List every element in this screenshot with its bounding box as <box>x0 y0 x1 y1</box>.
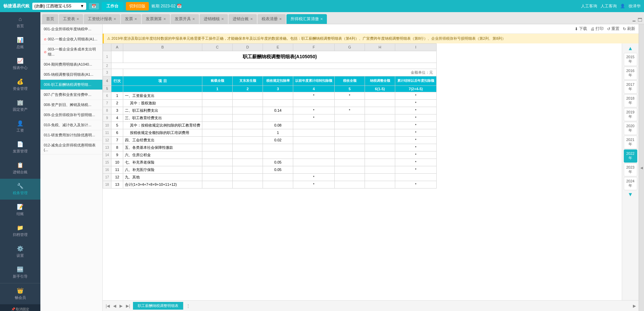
warning-banner: ⚠ 2019年度涉及取以前年度结转数据的申报表单元格需要手工操作正确，才能确保本… <box>103 34 639 43</box>
tab-bar: 首页 工资表 ✕ 工资统计报表 ✕ 发票 ✕ 发票测算 ✕ <box>40 12 644 24</box>
company-name: (勿删) 江西赣宝-LSS <box>34 3 71 9</box>
tab-close-purchase-ledger[interactable]: ✕ <box>250 17 253 21</box>
list-item-006[interactable]: 006-职工薪酬纳税调整明细... <box>40 80 102 90</box>
refresh-button[interactable]: ↻ 刷新 <box>623 26 635 32</box>
sidebar-item-tax[interactable]: 🔧 税务管理 <box>0 179 40 200</box>
col-header-b: B <box>123 43 202 51</box>
purchase-sale-icon: 📋 <box>17 162 24 168</box>
tab-close-purchase-check[interactable]: ✕ <box>221 17 224 21</box>
download-button[interactable]: ⬇ 下载 <box>575 26 587 32</box>
main-layout: ⌂ 首页 📊 总账 📈 报表中心 💰 资金管理 🏢 固定资产 👤 工资 <box>0 12 644 311</box>
sidebar-label-member: 畅会员 <box>15 295 26 300</box>
list-item-010[interactable]: 010-免税、减计收入及加计... <box>40 120 102 130</box>
year-btn-2022[interactable]: 2022年 <box>624 149 637 163</box>
sidebar-item-home[interactable]: ⌂ 首页 <box>0 12 40 33</box>
tab-purchase-check[interactable]: 进销稽核 ✕ <box>200 14 228 24</box>
tab-invoice[interactable]: 发票 ✕ <box>121 14 141 24</box>
dropdown-icon: ▼ <box>80 4 84 8</box>
col-header-rownum <box>103 43 111 51</box>
list-item-005[interactable]: 005-纳税调整项目明细表(A1... <box>40 70 102 80</box>
scroll-right-icon[interactable]: ▶ <box>630 304 639 308</box>
year-btn-2023[interactable]: 2023年 <box>624 163 637 176</box>
num-headers-row: 5 1 2 3 4 5 6(1-5) <box>103 85 437 92</box>
tab-bar-maximize[interactable]: 🗖 <box>638 17 642 23</box>
title-row: 1 职工薪酬纳税调整明细表(A105050) <box>103 51 437 63</box>
tab-salary-report[interactable]: 工资统计报表 ✕ <box>84 14 120 24</box>
year-btn-2024[interactable]: 2024年 <box>624 177 637 190</box>
sidebar-item-assets[interactable]: 🏢 固定资产 <box>0 95 40 116</box>
sidebar-item-purchase-sale[interactable]: 📋 进销台账 <box>0 158 40 179</box>
unpin-button[interactable]: 📌 取消固定 <box>0 304 40 311</box>
header-xiangmu: 项 目 <box>123 76 202 85</box>
list-item-004[interactable]: 004-期间费用明细表(A1040... <box>40 60 102 70</box>
support-link[interactable]: 人工客询 <box>581 3 597 9</box>
sheet-options-icon[interactable]: ⋮ <box>186 304 190 308</box>
year-btn-2016[interactable]: 2016年 <box>624 67 637 80</box>
sidebar-item-finance[interactable]: 💰 资金管理 <box>0 74 40 95</box>
switch-version-button[interactable]: 切到旧版 <box>126 2 149 10</box>
sidebar-item-guide[interactable]: 🆕 新手引导 <box>0 262 40 283</box>
app-container: 畅捷通易代账 (勿删) 江西赣宝-LSS ▼ 📅 工作台 切到旧版 账期 202… <box>0 0 644 311</box>
year-up-arrow[interactable]: ▲ <box>627 45 634 52</box>
nav-next[interactable]: ▶ <box>118 303 124 309</box>
list-item-009[interactable]: 009-企业所得税弥补亏损明细... <box>40 110 102 120</box>
tab-income-tax[interactable]: 所得税汇算清缴 ✕ <box>286 14 327 24</box>
tab-close-tax-table[interactable]: ✕ <box>279 17 282 21</box>
tab-invoice-issue[interactable]: 发票开具 ✕ <box>171 14 199 24</box>
sidebar-item-ledger[interactable]: 📊 总账 <box>0 33 40 54</box>
tab-close-invoice-issue[interactable]: ✕ <box>192 17 195 21</box>
tab-close-income-tax[interactable]: ✕ <box>320 17 323 21</box>
reset-button[interactable]: ↺ 重置 <box>607 26 619 32</box>
tab-salary[interactable]: 工资表 ✕ <box>59 14 83 24</box>
tab-purchase-ledger[interactable]: 进销台账 ✕ <box>229 14 257 24</box>
sidebar-item-reports[interactable]: 📈 报表中心 <box>0 54 40 74</box>
list-item-011[interactable]: 011-研发费用加计扣除优惠明... <box>40 130 102 140</box>
year-down-arrow[interactable]: ▼ <box>627 191 634 198</box>
list-item-007[interactable]: 007-广告费和业务宣传费申... <box>40 90 102 100</box>
calendar-icon-btn[interactable]: 📅 <box>89 3 99 9</box>
sidebar-item-close[interactable]: 📝 结账 <box>0 200 40 220</box>
col-num-4: 4 <box>293 85 335 92</box>
list-item-012[interactable]: 012-减免企业所得税优惠明细表(... <box>40 140 102 154</box>
unit-label: 金额单位：元 <box>123 69 437 76</box>
tab-close-invoice[interactable]: ✕ <box>134 17 137 21</box>
company-select[interactable]: (勿删) 江西赣宝-LSS ▼ <box>32 3 86 10</box>
col-header-d: D <box>233 43 263 51</box>
list-item-001[interactable]: 001-企业所得税年度纳税申... <box>40 24 102 34</box>
col-header-h: H <box>365 43 395 51</box>
tab-invoice-calc[interactable]: 发票测算 ✕ <box>142 14 170 24</box>
sidebar-item-settings[interactable]: ⚙️ 设置 <box>0 241 40 262</box>
tab-tax-table[interactable]: 税表清册 ✕ <box>258 14 286 24</box>
pin-icon: 📌 <box>11 307 15 311</box>
year-btn-2015[interactable]: 2015年 <box>624 53 637 66</box>
tab-home[interactable]: 首页 <box>42 14 58 24</box>
tab-bar-minimize[interactable]: 🗕 <box>632 17 636 23</box>
year-btn-2018[interactable]: 2018年 <box>624 94 637 107</box>
sidebar-item-salary[interactable]: 👤 工资 <box>0 116 40 137</box>
nav-prev[interactable]: ◀ <box>112 303 117 309</box>
table-container[interactable]: A B C D E F G H I <box>103 43 622 301</box>
sidebar-label-tax: 税务管理 <box>13 191 28 196</box>
tab-close-salary-report[interactable]: ✕ <box>113 17 116 21</box>
year-panel: ▲ 2015年 2016年 2017年 2018年 2019年 2020年 20… <box>622 43 639 301</box>
list-item-003[interactable]: ⊘ 003-一般企业业务成本支出明细... <box>40 44 102 60</box>
sidebar-item-member[interactable]: 👑 畅会员 <box>0 283 40 304</box>
year-btn-2020[interactable]: 2020年 <box>624 122 637 135</box>
workspace-button[interactable]: 工作台 <box>102 2 123 10</box>
year-btn-2017[interactable]: 2017年 <box>624 80 637 94</box>
year-btn-2021[interactable]: 2021年 <box>624 136 637 149</box>
nav-last[interactable]: ▶| <box>125 303 131 309</box>
nav-first[interactable]: |◀ <box>104 303 111 309</box>
tab-close-salary[interactable]: ✕ <box>76 17 79 21</box>
year-btn-2019[interactable]: 2019年 <box>624 108 637 121</box>
col-num-2: 2 <box>233 85 263 92</box>
print-button[interactable]: 🖨 打印 <box>590 26 604 32</box>
list-item-008[interactable]: 008-资产折旧、摊销及纳税... <box>40 100 102 110</box>
collapse-button[interactable]: ◀ <box>639 24 644 311</box>
sidebar-item-invoice[interactable]: 📄 发票管理 <box>0 137 40 158</box>
sheet-tab-salary[interactable]: 职工薪酬纳税调整明细表 <box>133 302 183 310</box>
list-item-002[interactable]: ⊘ 002-一般企业收入明细表(A1... <box>40 34 102 44</box>
sidebar-item-archive[interactable]: 📁 归档管理 <box>0 220 40 241</box>
tab-close-invoice-calc[interactable]: ✕ <box>163 17 166 21</box>
bottom-actions: ⋮ <box>183 304 193 308</box>
